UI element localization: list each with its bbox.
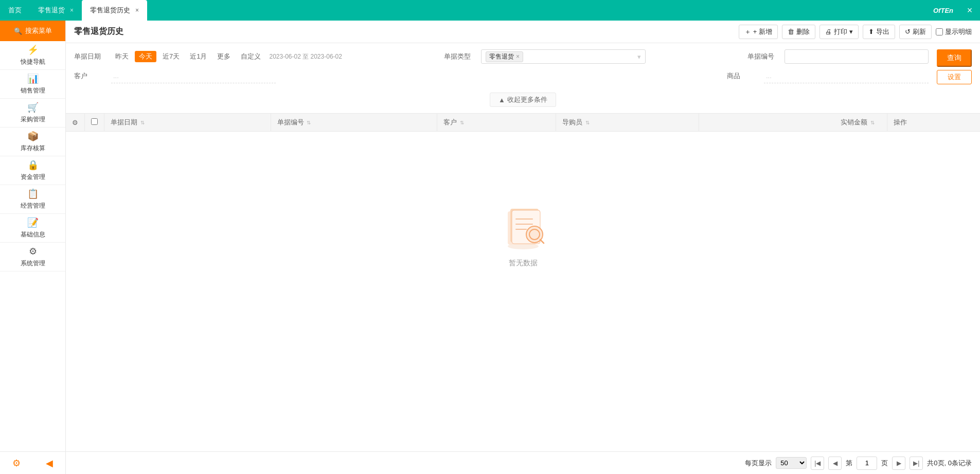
sidebar-item-finance[interactable]: 🔒 资金管理 <box>0 156 65 185</box>
filter-actions: 查询 设置 <box>937 49 972 84</box>
voucher-input[interactable] <box>785 49 929 64</box>
type-tag-value: 零售退货 <box>489 52 514 61</box>
print-button[interactable]: 🖨 打印 ▾ <box>819 25 859 39</box>
new-button[interactable]: ＋ + 新增 <box>739 25 778 39</box>
th-guide-label: 导购员 <box>562 118 582 126</box>
page-label-prefix: 第 <box>846 459 852 468</box>
type-label: 单据类型 <box>444 52 473 61</box>
brand-logo: OfTEn <box>933 7 953 14</box>
customer-input[interactable]: ... <box>111 69 276 83</box>
window-close-button[interactable]: × <box>959 0 980 21</box>
date-range-display: 2023-06-02 至 2023-06-02 <box>269 52 342 61</box>
date-option-1month[interactable]: 近1月 <box>186 51 211 62</box>
query-button[interactable]: 查询 <box>937 49 972 67</box>
tab-retail-return-history[interactable]: 零售退货历史 × <box>82 0 147 21</box>
collapse-sidebar-icon[interactable]: ◀ <box>46 458 53 469</box>
sidebar-item-basic-info-label: 基础信息 <box>21 230 45 239</box>
print-icon: 🖨 <box>825 28 832 35</box>
sidebar-item-sales-mgmt[interactable]: 📊 销售管理 <box>0 70 65 99</box>
type-tag: 零售退货 × <box>486 51 523 62</box>
page-label-suffix: 页 <box>881 459 888 468</box>
voucher-label: 单据编号 <box>747 52 776 61</box>
first-page-button[interactable]: |◀ <box>811 457 824 470</box>
sidebar: 🔍 搜索菜单 ⚡ 快捷导航 📊 销售管理 🛒 采购管理 📦 库存核算 🔒 资金管… <box>0 21 66 474</box>
filter-bar: 单据日期 昨天 今天 近7天 近1月 更多 自定义 2023-06-02 至 2… <box>66 43 980 114</box>
delete-button[interactable]: 🗑 删除 <box>782 25 815 39</box>
sidebar-item-quick-nav[interactable]: ⚡ 快捷导航 <box>0 41 65 70</box>
prev-page-button[interactable]: ◀ <box>828 457 842 470</box>
th-date-label: 单据日期 <box>111 118 137 126</box>
next-page-button[interactable]: ▶ <box>892 457 905 470</box>
table-header-row: ⚙ 单据日期 ⇅ 单据编号 ⇅ <box>66 114 980 132</box>
th-action-label: 操作 <box>894 118 907 126</box>
main-layout: 🔍 搜索菜单 ⚡ 快捷导航 📊 销售管理 🛒 采购管理 📦 库存核算 🔒 资金管… <box>0 21 980 474</box>
th-date[interactable]: 单据日期 ⇅ <box>104 114 271 132</box>
show-detail-checkbox[interactable] <box>936 28 943 35</box>
sidebar-item-sales-label: 销售管理 <box>21 86 45 95</box>
empty-state: 暂无数据 <box>66 132 980 337</box>
th-customer-label: 客户 <box>443 118 457 126</box>
export-button[interactable]: ⬆ 导出 <box>863 25 895 39</box>
last-page-button[interactable]: ▶| <box>910 457 923 470</box>
operations-icon: 📋 <box>27 188 39 199</box>
date-option-custom[interactable]: 自定义 <box>237 51 265 62</box>
guide-sort-icon: ⇅ <box>585 120 590 125</box>
type-dropdown-icon: ▾ <box>637 53 641 61</box>
th-customer[interactable]: 客户 ⇅ <box>437 114 556 132</box>
sidebar-item-purchase-label: 采购管理 <box>21 115 45 124</box>
tab-retail-return-close[interactable]: × <box>70 7 74 14</box>
refresh-button[interactable]: ↺ 刷新 <box>899 25 932 39</box>
type-select[interactable]: 零售退货 × ▾ <box>481 49 646 64</box>
date-option-more[interactable]: 更多 <box>213 51 235 62</box>
delete-icon: 🗑 <box>788 28 794 35</box>
type-tag-remove[interactable]: × <box>516 53 520 60</box>
tab-retail-return-history-close[interactable]: × <box>135 7 139 14</box>
sidebar-item-operations[interactable]: 📋 经营管理 <box>0 185 65 214</box>
customer-placeholder: ... <box>113 72 119 80</box>
th-checkbox[interactable] <box>85 114 104 132</box>
svg-line-9 <box>540 240 544 243</box>
sidebar-item-basic-info[interactable]: 📝 基础信息 <box>0 214 65 243</box>
print-arrow-icon: ▾ <box>849 28 853 35</box>
page-number-input[interactable] <box>857 457 877 470</box>
sidebar-item-purchase-mgmt[interactable]: 🛒 采购管理 <box>0 99 65 127</box>
show-detail-label: 显示明细 <box>945 27 972 37</box>
refresh-button-label: 刷新 <box>913 27 926 37</box>
content-area: 零售退货历史 ＋ + 新增 🗑 删除 🖨 打印 ▾ ⬆ 导出 <box>66 21 980 474</box>
settings-bottom-icon[interactable]: ⚙ <box>12 458 21 469</box>
page-header: 零售退货历史 ＋ + 新增 🗑 删除 🖨 打印 ▾ ⬆ 导出 <box>66 21 980 43</box>
date-option-7days[interactable]: 近7天 <box>158 51 184 62</box>
export-icon: ⬆ <box>868 28 874 35</box>
date-option-yesterday[interactable]: 昨天 <box>111 51 133 62</box>
sidebar-search[interactable]: 🔍 搜索菜单 <box>0 21 65 41</box>
tab-home[interactable]: 首页 <box>0 0 30 21</box>
plus-icon: ＋ <box>744 27 751 37</box>
show-detail-checkbox-label[interactable]: 显示明细 <box>936 27 972 37</box>
sidebar-item-inventory[interactable]: 📦 库存核算 <box>0 127 65 156</box>
select-all-checkbox[interactable] <box>91 118 98 125</box>
settings-icon[interactable]: ⚙ <box>72 119 78 126</box>
inventory-icon: 📦 <box>27 131 39 142</box>
page-size-select[interactable]: 20 50 100 <box>776 457 807 469</box>
basic-info-icon: 📝 <box>27 217 39 228</box>
tab-retail-return[interactable]: 零售退货 × <box>30 0 82 21</box>
top-bar: 首页 零售退货 × 零售退货历史 × OfTEn × <box>0 0 980 21</box>
sidebar-item-system[interactable]: ⚙ 系统管理 <box>0 243 65 271</box>
th-voucher[interactable]: 单据编号 ⇅ <box>271 114 437 132</box>
collapse-filter-button[interactable]: ▲ 收起更多条件 <box>490 93 556 107</box>
goods-input[interactable]: ... <box>764 69 929 83</box>
tab-retail-return-label: 零售退货 <box>38 6 65 15</box>
date-option-today[interactable]: 今天 <box>135 51 156 62</box>
tab-home-label: 首页 <box>8 6 22 15</box>
search-icon: 🔍 <box>14 27 22 35</box>
system-icon: ⚙ <box>29 246 37 257</box>
customer-label: 客户 <box>74 71 103 81</box>
sidebar-item-system-label: 系统管理 <box>21 259 45 268</box>
data-table: ⚙ 单据日期 ⇅ 单据编号 ⇅ <box>66 114 980 132</box>
pagination-bar: 每页显示 20 50 100 |◀ ◀ 第 页 ▶ ▶| 共0页, 0条记录 <box>66 451 980 474</box>
filter-row-1: 单据日期 昨天 今天 近7天 近1月 更多 自定义 2023-06-02 至 2… <box>74 49 929 64</box>
th-guide[interactable]: 导购员 ⇅ <box>556 114 699 132</box>
th-amount[interactable]: 实销金额 ⇅ <box>699 114 887 132</box>
setting-button[interactable]: 设置 <box>937 70 972 84</box>
th-settings[interactable]: ⚙ <box>66 114 85 132</box>
